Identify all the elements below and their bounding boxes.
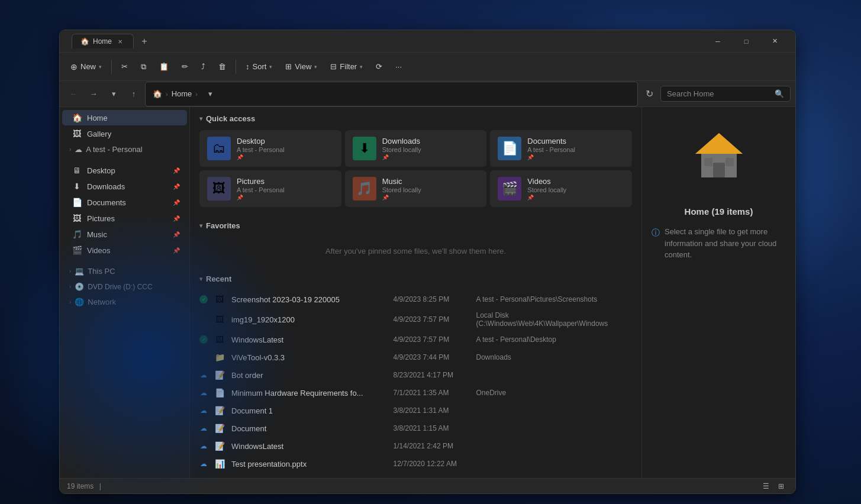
window-controls: ─ □ ✕: [704, 33, 788, 50]
recent-item[interactable]: ☁ 📄 Minimum Hardware Requirements fo... …: [190, 384, 641, 402]
rename-button[interactable]: ✏: [176, 59, 194, 75]
recent-file-icon: 🖼: [214, 314, 225, 325]
share-button[interactable]: ⤴: [195, 59, 211, 75]
recent-file-icon: 📊: [214, 458, 225, 470]
sidebar-item-atest[interactable]: › ☁ A test - Personal: [62, 142, 187, 157]
new-tab-button[interactable]: +: [136, 33, 153, 50]
recent-file-icon: 📝: [214, 440, 225, 452]
maximize-button[interactable]: □: [733, 33, 760, 50]
folder-card[interactable]: ⬇ Downloads Stored locally 📌: [345, 130, 487, 167]
videos-pin-icon: 📌: [173, 247, 180, 254]
recent-file-date: 1/14/2021 2:42 PM: [394, 442, 470, 450]
sidebar-item-music[interactable]: 🎵 Music 📌: [62, 227, 187, 242]
address-dropdown-button[interactable]: ▾: [201, 85, 219, 103]
recent-item[interactable]: 📁 ViVeTool-v0.3.3 4/9/2023 7:44 PM Downl…: [190, 348, 641, 366]
sidebar-item-network[interactable]: › 🌐 Network: [62, 295, 187, 309]
minimize-button[interactable]: ─: [704, 33, 731, 50]
recent-file-name: WindowsLatest: [231, 335, 388, 344]
folder-card[interactable]: 🗂 Desktop A test - Personal 📌: [199, 130, 341, 167]
folder-pin: 📌: [382, 195, 479, 201]
recent-item[interactable]: ☁ 📝 Document 1 3/8/2021 1:31 AM: [190, 402, 641, 419]
new-button[interactable]: ⊕ New ▾: [65, 59, 108, 75]
folder-card-info: Desktop A test - Personal 📌: [237, 137, 334, 160]
documents-icon: 📄: [72, 198, 82, 207]
recent-item[interactable]: ☁ 📊 Test presentation.pptx 12/7/2020 12:…: [190, 455, 641, 473]
cut-button[interactable]: ✂: [115, 59, 134, 75]
delete-button[interactable]: 🗑: [212, 59, 232, 75]
status-view-buttons: ☰ ⊞: [759, 480, 788, 492]
status-separator: |: [99, 482, 101, 490]
folder-card[interactable]: 📄 Documents A test - Personal 📌: [490, 130, 632, 167]
folder-name: Pictures: [237, 177, 334, 186]
copy-button[interactable]: ⧉: [135, 59, 152, 75]
list-view-button[interactable]: ☰: [759, 480, 773, 492]
sidebar-item-downloads[interactable]: ⬇ Downloads 📌: [62, 179, 187, 194]
recent-item[interactable]: ☁ 📝 WindowsLatest 1/14/2021 2:42 PM: [190, 437, 641, 455]
filter-icon: ⊟: [330, 62, 337, 71]
more-button[interactable]: ···: [389, 59, 408, 75]
sidebar-item-dvd[interactable]: › 💿 DVD Drive (D:) CCC: [62, 279, 187, 294]
sidebar-item-documents[interactable]: 📄 Documents 📌: [62, 195, 187, 210]
folder-name: Documents: [527, 137, 624, 146]
tab-home-icon: 🏠: [80, 37, 89, 46]
recent-file-name: Test presentation.pptx: [231, 460, 388, 469]
recent-header[interactable]: ▾ Recent: [190, 267, 641, 288]
view-button[interactable]: ⊞ View ▾: [279, 59, 323, 75]
sidebar-item-home[interactable]: 🏠 Home: [62, 110, 187, 125]
recent-item[interactable]: ✓ 🖼 WindowsLatest 4/9/2023 7:57 PM A tes…: [190, 331, 641, 348]
address-input[interactable]: 🏠 › Home › ▾: [145, 82, 638, 106]
more-icon: ···: [395, 62, 402, 71]
folder-icon: ⬇: [353, 137, 376, 160]
forward-button[interactable]: →: [85, 85, 102, 103]
sort-button[interactable]: ↕ Sort ▾: [240, 59, 278, 75]
music-pin-icon: 📌: [173, 231, 180, 238]
address-bar: ← → ▾ ↑ 🏠 › Home › ▾ ↻ Search Home 🔍: [60, 81, 795, 107]
refresh-button[interactable]: ↻: [640, 85, 658, 103]
sidebar-gallery-label: Gallery: [87, 130, 180, 138]
recent-file-date: 7/1/2021 1:35 AM: [394, 389, 470, 397]
close-button[interactable]: ✕: [761, 33, 788, 50]
back-button[interactable]: ←: [65, 85, 82, 103]
paste-button[interactable]: 📋: [153, 59, 175, 75]
up-button[interactable]: ↑: [125, 85, 143, 103]
filter-button[interactable]: ⊟ Filter ▾: [324, 59, 369, 75]
sidebar-desktop-label: Desktop: [87, 166, 168, 175]
pictures-pin-icon: 📌: [173, 215, 180, 222]
sidebar-item-pictures[interactable]: 🖼 Pictures 📌: [62, 211, 187, 226]
recent-item[interactable]: 🖼 img19_1920x1200 4/9/2023 7:57 PM Local…: [190, 308, 641, 331]
recent-file-name: Minimum Hardware Requirements fo...: [231, 389, 388, 398]
sidebar-item-this-pc[interactable]: › 💻 This PC: [62, 264, 187, 279]
tab-close-button[interactable]: ✕: [115, 37, 125, 46]
sidebar-item-gallery[interactable]: 🖼 Gallery: [62, 126, 187, 141]
sidebar-thispc-label: This PC: [88, 267, 115, 276]
recent-file-name: img19_1920x1200: [231, 315, 388, 324]
copy-icon: ⧉: [141, 62, 146, 72]
recent-item[interactable]: ✓ 🖼 Screenshot 2023-03-19 220005 4/9/202…: [190, 290, 641, 308]
folder-card[interactable]: 🎵 Music Stored locally 📌: [345, 170, 487, 207]
folder-card-info: Pictures A test - Personal 📌: [237, 177, 334, 201]
recent-item[interactable]: ☁ 📝 Document 3/8/2021 1:15 AM: [190, 419, 641, 437]
folder-card[interactable]: 🖼 Pictures A test - Personal 📌: [199, 170, 341, 207]
folder-card[interactable]: 🎬 Videos Stored locally 📌: [490, 170, 632, 207]
recent-item[interactable]: ☁ 📝 Bot order 8/23/2021 4:17 PM: [190, 366, 641, 384]
favorites-header[interactable]: ▾ Favorites: [190, 214, 641, 235]
search-placeholder: Search Home: [667, 89, 714, 98]
grid-view-button[interactable]: ⊞: [774, 480, 788, 492]
desktop-pin-icon: 📌: [173, 167, 180, 174]
recent-file-name: Screenshot 2023-03-19 220005: [231, 295, 388, 304]
recent-file-icon: 🖼: [214, 293, 225, 305]
folder-sub: A test - Personal: [237, 186, 334, 193]
folder-name: Music: [382, 177, 479, 186]
search-box[interactable]: Search Home 🔍: [660, 86, 791, 102]
quick-access-header[interactable]: ▾ Quick access: [190, 107, 641, 128]
share2-button[interactable]: ⟳: [370, 59, 388, 75]
home-tab[interactable]: 🏠 Home ✕: [72, 34, 134, 49]
sidebar-item-desktop[interactable]: 🖥 Desktop 📌: [62, 163, 187, 178]
recent-file-location: Downloads: [476, 353, 633, 361]
new-chevron-icon: ▾: [99, 64, 102, 70]
svg-rect-3: [704, 158, 712, 166]
recent-file-date: 3/8/2021 1:31 AM: [394, 406, 470, 415]
folder-sub: A test - Personal: [237, 146, 334, 153]
sidebar-item-videos[interactable]: 🎬 Videos 📌: [62, 243, 187, 258]
recent-locations-button[interactable]: ▾: [105, 85, 122, 103]
